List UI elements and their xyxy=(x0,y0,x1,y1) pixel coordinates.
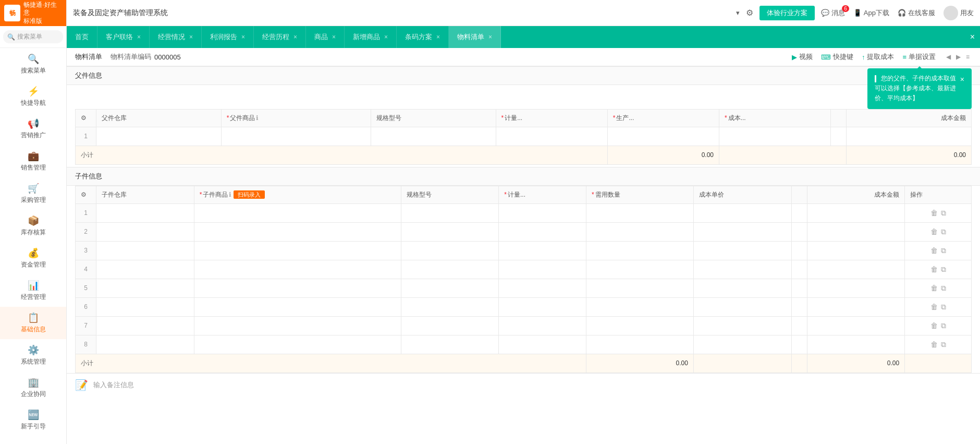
close-all-tabs-button[interactable]: × xyxy=(965,26,980,48)
sidebar-item-basic[interactable]: 📋基础信息 xyxy=(0,307,66,339)
child-cell-unit-3[interactable] xyxy=(499,241,586,260)
parent-cell-unit-1[interactable] xyxy=(496,127,607,146)
child-cell-spec-2[interactable] xyxy=(401,222,499,241)
user-button[interactable]: 用友 xyxy=(944,6,974,20)
child-cell-qty-2[interactable] xyxy=(586,222,694,241)
child-settings-icon[interactable]: ⚙ xyxy=(81,191,87,198)
child-cell-cost-amount-7[interactable] xyxy=(807,316,905,335)
copy-icon-4[interactable]: ⧉ xyxy=(941,265,946,274)
nav-tab-barcode[interactable]: 条码方案× xyxy=(397,26,449,48)
child-cell-cost-amount-3[interactable] xyxy=(807,241,905,260)
parent-cell-warehouse-1[interactable] xyxy=(96,127,222,146)
copy-icon-2[interactable]: ⧉ xyxy=(941,227,946,236)
copy-icon-8[interactable]: ⧉ xyxy=(941,340,946,349)
child-cell-goods-4[interactable] xyxy=(194,260,401,279)
tab-close-operation-history[interactable]: × xyxy=(293,33,297,41)
nav-tab-home[interactable]: 首页 xyxy=(67,26,97,48)
child-cell-cost-amount-6[interactable] xyxy=(807,297,905,316)
child-cell-cost-amount-1[interactable] xyxy=(807,203,905,222)
child-cell-unit-1[interactable] xyxy=(499,203,586,222)
child-cell-unit-7[interactable] xyxy=(499,316,586,335)
child-cell-unit-4[interactable] xyxy=(499,260,586,279)
parent-cell-production-1[interactable] xyxy=(607,127,719,146)
video-action[interactable]: ▶ 视频 xyxy=(792,52,813,62)
child-cell-unit-price-8[interactable] xyxy=(693,335,791,354)
child-cell-qty-4[interactable] xyxy=(586,260,694,279)
child-cell-warehouse-8[interactable] xyxy=(96,335,194,354)
parent-cell-cost-1[interactable] xyxy=(719,127,831,146)
shortcut-action[interactable]: ⌨ 快捷键 xyxy=(821,52,853,62)
copy-icon-6[interactable]: ⧉ xyxy=(941,303,946,311)
nav-tab-profit-report[interactable]: 利润报告× xyxy=(202,26,254,48)
app-download-button[interactable]: 📱 App下载 xyxy=(853,8,889,18)
child-cell-goods-8[interactable] xyxy=(194,335,401,354)
parent-cell-goods-1[interactable] xyxy=(221,127,371,146)
tab-close-new-goods[interactable]: × xyxy=(384,33,388,41)
child-cell-cost-amount-4[interactable] xyxy=(807,260,905,279)
nav-next-icon[interactable]: ▶ xyxy=(954,52,963,62)
extract-cost-action[interactable]: ↑ 提取成本 xyxy=(862,52,895,62)
child-cell-qty-1[interactable] xyxy=(586,203,694,222)
child-cell-spec-3[interactable] xyxy=(401,241,499,260)
settings-icon[interactable]: ⚙ xyxy=(81,114,87,122)
message-button[interactable]: 💬 消息 6 xyxy=(821,8,845,18)
parent-cell-cost-amount-1[interactable] xyxy=(847,127,972,146)
child-cell-warehouse-2[interactable] xyxy=(96,222,194,241)
child-cell-spec-6[interactable] xyxy=(401,297,499,316)
service-button[interactable]: 🎧 在线客服 xyxy=(898,8,935,18)
copy-icon-1[interactable]: ⧉ xyxy=(941,209,946,218)
child-cell-spec-5[interactable] xyxy=(401,279,499,297)
sidebar-item-quick-nav[interactable]: ⚡快捷导航 xyxy=(0,80,66,113)
sidebar-item-enterprise[interactable]: 🏢企业协同 xyxy=(0,371,66,404)
child-cell-warehouse-1[interactable] xyxy=(96,203,194,222)
copy-icon-3[interactable]: ⧉ xyxy=(941,246,946,255)
tab-close-bom[interactable]: × xyxy=(488,33,492,41)
scan-button[interactable]: 扫码录入 xyxy=(234,190,265,199)
child-cell-goods-1[interactable] xyxy=(194,203,401,222)
child-cell-warehouse-7[interactable] xyxy=(96,316,194,335)
sidebar-item-inventory[interactable]: 📦库存核算 xyxy=(0,210,66,242)
child-cell-cost-amount-2[interactable] xyxy=(807,222,905,241)
child-cell-goods-2[interactable] xyxy=(194,222,401,241)
nav-tab-goods[interactable]: 商品× xyxy=(306,26,345,48)
child-goods-info-icon[interactable]: ℹ xyxy=(229,191,231,198)
system-dropdown-icon[interactable]: ▾ xyxy=(736,9,740,17)
sidebar-item-operation[interactable]: 📊经营管理 xyxy=(0,274,66,307)
child-cell-goods-5[interactable] xyxy=(194,279,401,297)
tab-close-operation-status[interactable]: × xyxy=(189,33,193,41)
sidebar-item-purchase[interactable]: 🛒采购管理 xyxy=(0,177,66,210)
child-cell-cost-amount-8[interactable] xyxy=(807,335,905,354)
tooltip-close-icon[interactable]: × xyxy=(960,74,964,85)
child-cell-unit-price-2[interactable] xyxy=(693,222,791,241)
child-cell-spec-1[interactable] xyxy=(401,203,499,222)
delete-icon-6[interactable]: 🗑 xyxy=(930,303,938,311)
child-cell-unit-price-3[interactable] xyxy=(693,241,791,260)
parent-goods-info-icon[interactable]: ℹ xyxy=(256,114,259,122)
copy-icon-5[interactable]: ⧉ xyxy=(941,284,946,293)
sidebar-item-marketing[interactable]: 📢营销推广 xyxy=(0,113,66,145)
child-cell-spec-4[interactable] xyxy=(401,260,499,279)
sidebar-item-sales[interactable]: 💼销售管理 xyxy=(0,145,66,177)
child-cell-warehouse-5[interactable] xyxy=(96,279,194,297)
tab-close-goods[interactable]: × xyxy=(332,33,336,41)
child-cell-cost-amount-5[interactable] xyxy=(807,279,905,297)
child-cell-qty-6[interactable] xyxy=(586,297,694,316)
child-cell-goods-7[interactable] xyxy=(194,316,401,335)
tab-close-customer[interactable]: × xyxy=(137,33,141,41)
child-cell-qty-5[interactable] xyxy=(586,279,694,297)
delete-icon-3[interactable]: 🗑 xyxy=(930,246,938,255)
child-cell-unit-price-7[interactable] xyxy=(693,316,791,335)
tab-close-profit-report[interactable]: × xyxy=(241,33,245,41)
nav-prev-icon[interactable]: ◀ xyxy=(944,52,953,62)
search-input-btn[interactable]: 🔍 搜索菜单 xyxy=(3,30,63,43)
nav-tab-bom[interactable]: 物料清单× xyxy=(449,26,501,48)
delete-icon-5[interactable]: 🗑 xyxy=(930,284,938,292)
child-cell-qty-3[interactable] xyxy=(586,241,694,260)
child-cell-warehouse-6[interactable] xyxy=(96,297,194,316)
child-cell-unit-6[interactable] xyxy=(499,297,586,316)
child-cell-warehouse-4[interactable] xyxy=(96,260,194,279)
nav-tab-operation-status[interactable]: 经营情况× xyxy=(150,26,202,48)
delete-icon-7[interactable]: 🗑 xyxy=(930,321,938,330)
delete-icon-2[interactable]: 🗑 xyxy=(930,227,938,236)
single-settings-action[interactable]: ≡ 单据设置 xyxy=(902,52,936,62)
